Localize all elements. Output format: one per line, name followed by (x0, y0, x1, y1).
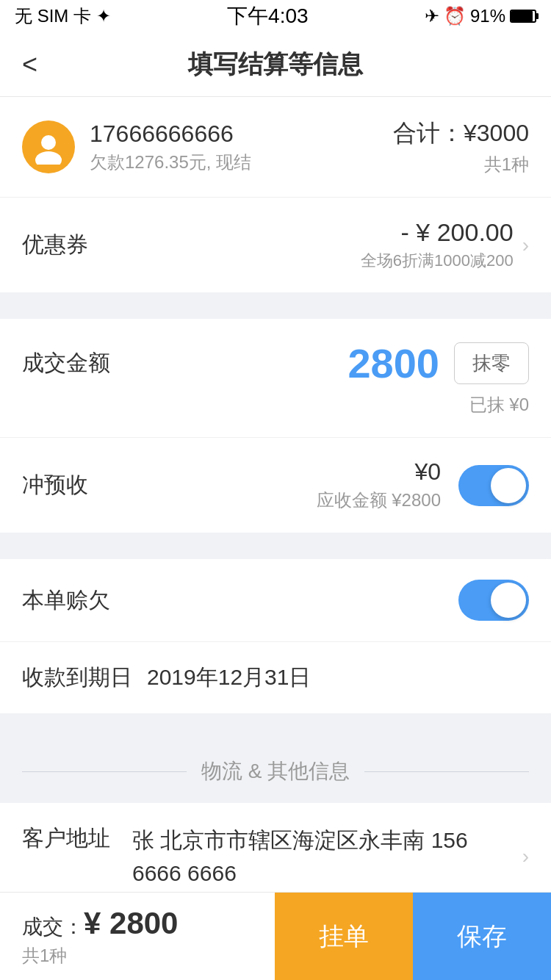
address-value: 张 北京市市辖区海淀区永丰南 156 6666 6666 (132, 824, 522, 890)
deal-section: 成交金额 2800 抹零 已抹 ¥0 (0, 319, 551, 437)
coupon-value-block: - ¥ 200.00 全场6折满1000减200 (361, 218, 514, 272)
coupon-label: 优惠券 (22, 230, 88, 260)
deal-card: 成交金额 2800 抹零 已抹 ¥0 冲预收 ¥0 应收金额 ¥2800 (0, 319, 551, 533)
address-chevron-icon: › (522, 845, 529, 868)
customer-info: 17666666666 欠款1276.35元, 现结 (90, 120, 251, 174)
precollect-amount: ¥0 (317, 458, 441, 486)
toggle-knob (491, 468, 526, 503)
debt-toggle-knob (491, 583, 526, 618)
nav-bar: < 填写结算等信息 (0, 32, 551, 97)
duedate-value: 2019年12月31日 (147, 663, 311, 693)
customer-total: 合计：¥3000 共1种 (393, 118, 529, 176)
round-zero-button[interactable]: 抹零 (454, 342, 529, 384)
chevron-right-icon: › (522, 234, 529, 257)
debt-label: 本单赊欠 (22, 586, 110, 616)
section-divider-3 (0, 725, 551, 740)
total-value: ¥3000 (464, 120, 529, 146)
battery-icon (510, 10, 536, 23)
total-label: 合计： (393, 120, 464, 146)
bottom-deal-amount: ¥ 2800 (84, 906, 178, 940)
status-bar: 无 SIM 卡 ✦ 下午4:03 ✈ ⏰ 91% (0, 0, 551, 32)
customer-left: 17666666666 欠款1276.35元, 现结 (22, 120, 251, 174)
deal-erased: 已抹 ¥0 (22, 393, 529, 417)
pending-button[interactable]: 挂单 (275, 893, 413, 981)
debt-card: 本单赊欠 收款到期日 2019年12月31日 (0, 559, 551, 713)
bottom-deal-label: 成交： (22, 915, 84, 938)
precollect-row: 冲预收 ¥0 应收金额 ¥2800 (22, 458, 529, 512)
logistics-line-right (364, 771, 529, 772)
coupon-row[interactable]: 优惠券 - ¥ 200.00 全场6折满1000减200 › (0, 197, 551, 292)
alarm-icon: ⏰ (444, 6, 466, 26)
battery-text: 91% (470, 6, 505, 26)
debt-toggle[interactable] (458, 580, 529, 621)
precollect-section: 冲预收 ¥0 应收金额 ¥2800 (0, 437, 551, 533)
section-divider-2 (0, 544, 551, 559)
total-count: 共1种 (393, 153, 529, 176)
back-button[interactable]: < (22, 49, 37, 80)
customer-card: 17666666666 欠款1276.35元, 现结 合计：¥3000 共1种 … (0, 97, 551, 292)
precollect-label: 冲预收 (22, 470, 88, 500)
customer-debt: 欠款1276.35元, 现结 (90, 151, 251, 174)
bottom-count: 共1种 (22, 944, 253, 968)
bottom-deal-row: 成交：¥ 2800 (22, 906, 253, 941)
coupon-right: - ¥ 200.00 全场6折满1000减200 › (361, 218, 529, 272)
status-left: 无 SIM 卡 ✦ (15, 4, 111, 28)
svg-point-0 (41, 135, 56, 150)
precollect-value-block: ¥0 应收金额 ¥2800 (317, 458, 441, 512)
address-label: 客户地址 (22, 824, 110, 854)
status-time: 下午4:03 (227, 2, 309, 30)
duedate-section: 收款到期日 2019年12月31日 (0, 641, 551, 713)
logistics-header: 物流 & 其他信息 (0, 740, 551, 803)
avatar-icon (31, 129, 66, 165)
deal-row: 成交金额 2800 抹零 (22, 339, 529, 387)
deal-label: 成交金额 (22, 348, 110, 378)
customer-phone: 17666666666 (90, 120, 251, 148)
page-title: 填写结算等信息 (188, 48, 363, 82)
deal-amount: 2800 (347, 339, 439, 387)
sim-status: 无 SIM 卡 ✦ (15, 4, 111, 28)
svg-point-1 (35, 151, 62, 165)
bottom-bar: 成交：¥ 2800 共1种 挂单 保存 (0, 892, 551, 980)
duedate-row: 收款到期日 2019年12月31日 (22, 663, 529, 693)
coupon-desc: 全场6折满1000减200 (361, 250, 514, 272)
avatar (22, 120, 75, 173)
logistics-title: 物流 & 其他信息 (201, 757, 350, 785)
duedate-label: 收款到期日 (22, 663, 132, 693)
precollect-desc: 应收金额 ¥2800 (317, 489, 441, 512)
bottom-summary: 成交：¥ 2800 共1种 (0, 906, 275, 968)
status-right: ✈ ⏰ 91% (425, 6, 536, 26)
logistics-line-left (22, 771, 187, 772)
deal-right: 2800 抹零 (347, 339, 529, 387)
precollect-right: ¥0 应收金额 ¥2800 (317, 458, 529, 512)
location-icon: ✈ (425, 6, 439, 26)
debt-section: 本单赊欠 (0, 559, 551, 641)
section-divider-1 (0, 304, 551, 319)
customer-row: 17666666666 欠款1276.35元, 现结 合计：¥3000 共1种 (0, 97, 551, 197)
save-button[interactable]: 保存 (413, 893, 551, 981)
coupon-discount: - ¥ 200.00 (361, 218, 514, 247)
precollect-toggle[interactable] (458, 465, 529, 506)
total-amount: 合计：¥3000 (393, 118, 529, 150)
content-area: 17666666666 欠款1276.35元, 现结 合计：¥3000 共1种 … (0, 97, 551, 980)
